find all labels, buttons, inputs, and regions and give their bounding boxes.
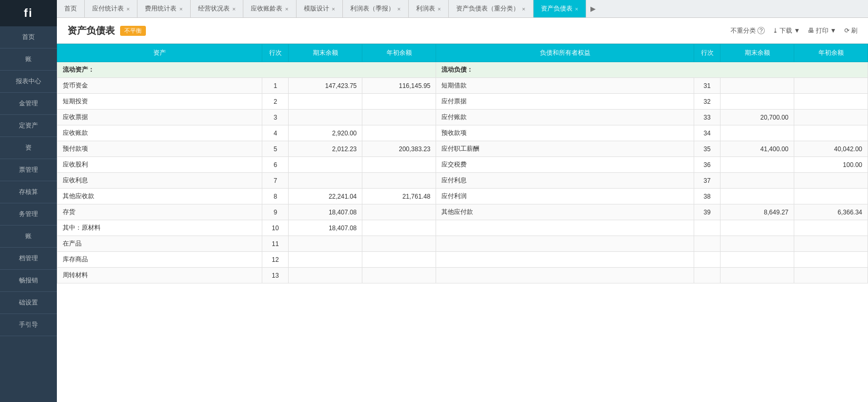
- right-begin-balance[interactable]: [794, 78, 868, 94]
- sidebar-item-ledger[interactable]: 账: [0, 225, 57, 248]
- sidebar-item-capital[interactable]: 资: [0, 137, 57, 159]
- left-begin-balance[interactable]: [362, 157, 436, 173]
- sidebar-item-finance[interactable]: 金管理: [0, 93, 57, 115]
- right-end-balance[interactable]: [721, 252, 794, 268]
- sidebar-item-guide[interactable]: 手引导: [0, 314, 57, 336]
- left-end-balance[interactable]: 2,012.23: [289, 141, 362, 157]
- right-end-balance[interactable]: [721, 78, 794, 94]
- close-tab-operations[interactable]: ×: [232, 6, 235, 12]
- left-end-balance[interactable]: 147,423.75: [289, 78, 362, 94]
- left-end-balance[interactable]: 18,407.08: [289, 204, 362, 220]
- tab-template-design[interactable]: 模版设计 ×: [297, 0, 343, 17]
- tab-receivable-aging[interactable]: 应收账龄表 ×: [243, 0, 296, 17]
- right-begin-balance[interactable]: [794, 268, 868, 283]
- sidebar-item-invoice[interactable]: 票管理: [0, 159, 57, 181]
- right-end-balance[interactable]: [721, 157, 794, 173]
- tab-balance-reclassified[interactable]: 资产负债表（重分类） ×: [449, 0, 533, 17]
- left-end-balance[interactable]: 2,920.00: [289, 125, 362, 141]
- left-end-balance[interactable]: 18,407.08: [289, 220, 362, 236]
- tab-operations[interactable]: 经营状况表 ×: [191, 0, 243, 17]
- right-end-balance[interactable]: 20,700.00: [721, 110, 794, 125]
- close-tab-expense-stats[interactable]: ×: [179, 6, 182, 12]
- right-begin-balance[interactable]: 40,042.00: [794, 141, 868, 157]
- left-begin-balance[interactable]: [362, 94, 436, 110]
- left-label: 其中：原材料: [57, 220, 262, 236]
- tab-profit-quarterly[interactable]: 利润表（季报） ×: [343, 0, 408, 17]
- right-begin-balance[interactable]: [794, 94, 868, 110]
- right-begin-balance[interactable]: [794, 125, 868, 141]
- classify-toggle[interactable]: 不重分类 ?: [731, 26, 765, 35]
- right-end-balance[interactable]: [721, 125, 794, 141]
- left-begin-balance[interactable]: [362, 220, 436, 236]
- left-begin-balance[interactable]: [362, 110, 436, 125]
- close-tab-balance-reclassified[interactable]: ×: [522, 6, 525, 12]
- help-icon[interactable]: ?: [757, 27, 765, 34]
- tab-scroll-right[interactable]: ▶: [586, 5, 600, 13]
- sidebar-item-expense[interactable]: 畅报销: [0, 270, 57, 292]
- close-tab-template-design[interactable]: ×: [332, 6, 335, 12]
- right-end-balance[interactable]: [721, 173, 794, 189]
- left-end-balance[interactable]: [289, 252, 362, 268]
- sidebar-item-home[interactable]: 首页: [0, 26, 57, 48]
- right-end-balance[interactable]: [721, 189, 794, 204]
- tab-profit[interactable]: 利润表 ×: [409, 0, 449, 17]
- sidebar-item-inventory[interactable]: 存核算: [0, 181, 57, 203]
- tab-expense-stats[interactable]: 费用统计表 ×: [137, 0, 190, 17]
- right-row-num: 33: [694, 110, 721, 125]
- left-end-balance[interactable]: [289, 157, 362, 173]
- left-begin-balance[interactable]: [362, 252, 436, 268]
- left-end-balance[interactable]: [289, 236, 362, 252]
- right-end-balance[interactable]: [721, 220, 794, 236]
- left-end-balance[interactable]: [289, 268, 362, 283]
- right-begin-balance[interactable]: [794, 173, 868, 189]
- right-end-balance[interactable]: [721, 268, 794, 283]
- left-begin-balance[interactable]: 200,383.23: [362, 141, 436, 157]
- download-button[interactable]: ⤓ 下载 ▼: [773, 26, 800, 35]
- sidebar-item-archives[interactable]: 档管理: [0, 248, 57, 270]
- right-begin-balance[interactable]: [794, 189, 868, 204]
- close-tab-payable-stats[interactable]: ×: [126, 6, 130, 12]
- left-begin-balance[interactable]: [362, 173, 436, 189]
- right-begin-balance[interactable]: [794, 110, 868, 125]
- right-begin-balance[interactable]: [794, 252, 868, 268]
- left-begin-balance[interactable]: [362, 125, 436, 141]
- sidebar-item-business[interactable]: 务管理: [0, 203, 57, 225]
- left-begin-balance[interactable]: [362, 236, 436, 252]
- left-row-num: 10: [262, 220, 289, 236]
- right-end-balance[interactable]: [721, 236, 794, 252]
- content-area: 资产负债表 不平衡 不重分类 ? ⤓ 下载 ▼ 🖶 打印 ▼: [57, 18, 868, 402]
- right-end-balance[interactable]: [721, 94, 794, 110]
- sidebar-item-assets[interactable]: 定资产: [0, 115, 57, 137]
- right-row-num: 37: [694, 173, 721, 189]
- refresh-button[interactable]: ⟳ 刷: [844, 26, 857, 35]
- sidebar-item-settings[interactable]: 础设置: [0, 292, 57, 314]
- left-end-balance[interactable]: [289, 94, 362, 110]
- right-end-balance[interactable]: 41,400.00: [721, 141, 794, 157]
- col-header-begin-balance-right: 年初余额: [794, 44, 868, 62]
- left-begin-balance[interactable]: [362, 268, 436, 283]
- tab-home[interactable]: 首页: [57, 0, 85, 17]
- left-end-balance[interactable]: 22,241.04: [289, 189, 362, 204]
- left-begin-balance[interactable]: [362, 204, 436, 220]
- left-begin-balance[interactable]: 116,145.95: [362, 78, 436, 94]
- sidebar-item-reports[interactable]: 报表中心: [0, 71, 57, 93]
- right-row-num: 31: [694, 78, 721, 94]
- right-begin-balance[interactable]: 6,366.34: [794, 204, 868, 220]
- left-row-num: 7: [262, 173, 289, 189]
- left-begin-balance[interactable]: 21,761.48: [362, 189, 436, 204]
- sidebar-item-account[interactable]: 账: [0, 48, 57, 71]
- close-tab-receivable-aging[interactable]: ×: [285, 6, 288, 12]
- close-tab-balance[interactable]: ×: [575, 6, 578, 12]
- right-begin-balance[interactable]: [794, 220, 868, 236]
- left-end-balance[interactable]: [289, 110, 362, 125]
- right-begin-balance[interactable]: 100.00: [794, 157, 868, 173]
- left-end-balance[interactable]: [289, 173, 362, 189]
- tab-balance[interactable]: 资产负债表 ×: [534, 0, 586, 17]
- close-tab-profit-quarterly[interactable]: ×: [397, 6, 400, 12]
- print-button[interactable]: 🖶 打印 ▼: [808, 26, 836, 35]
- left-row-num: 9: [262, 204, 289, 220]
- close-tab-profit[interactable]: ×: [438, 6, 441, 12]
- right-end-balance[interactable]: 8,649.27: [721, 204, 794, 220]
- tab-payable-stats[interactable]: 应付统计表 ×: [85, 0, 137, 17]
- right-begin-balance[interactable]: [794, 236, 868, 252]
